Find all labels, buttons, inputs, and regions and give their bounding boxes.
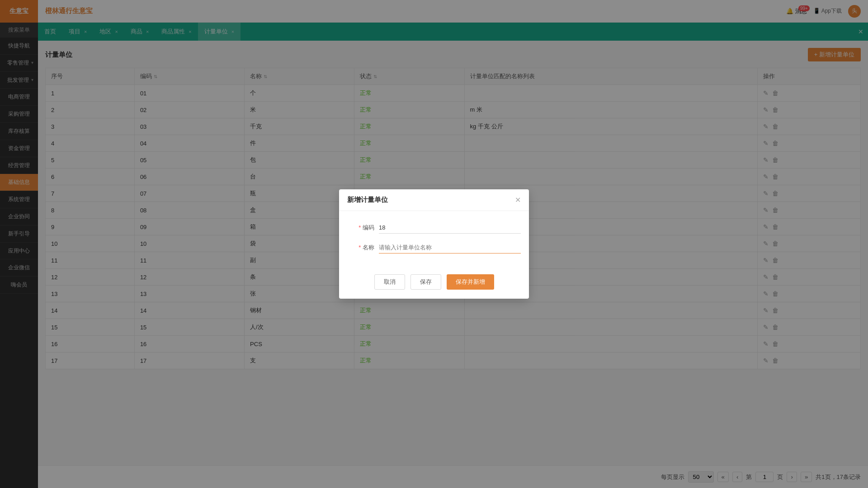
modal-body: 编码 名称 — [339, 211, 529, 269]
add-unit-modal: 新增计量单位 ✕ 编码 名称 取消 保存 保存并新增 — [339, 189, 529, 299]
save-and-new-button[interactable]: 保存并新增 — [447, 274, 494, 290]
modal-header: 新增计量单位 ✕ — [339, 189, 529, 211]
form-row-code: 编码 — [347, 222, 521, 234]
save-button[interactable]: 保存 — [410, 274, 441, 290]
name-input[interactable] — [379, 242, 521, 253]
cancel-button[interactable]: 取消 — [374, 274, 405, 290]
modal-footer: 取消 保存 保存并新增 — [339, 269, 529, 299]
code-label: 编码 — [347, 224, 374, 232]
name-label: 名称 — [347, 244, 374, 252]
modal-title: 新增计量单位 — [347, 196, 388, 204]
code-input[interactable] — [379, 222, 521, 234]
modal-close-button[interactable]: ✕ — [515, 196, 521, 204]
modal-overlay[interactable]: 新增计量单位 ✕ 编码 名称 取消 保存 保存并新增 — [0, 0, 868, 488]
form-row-name: 名称 — [347, 242, 521, 253]
